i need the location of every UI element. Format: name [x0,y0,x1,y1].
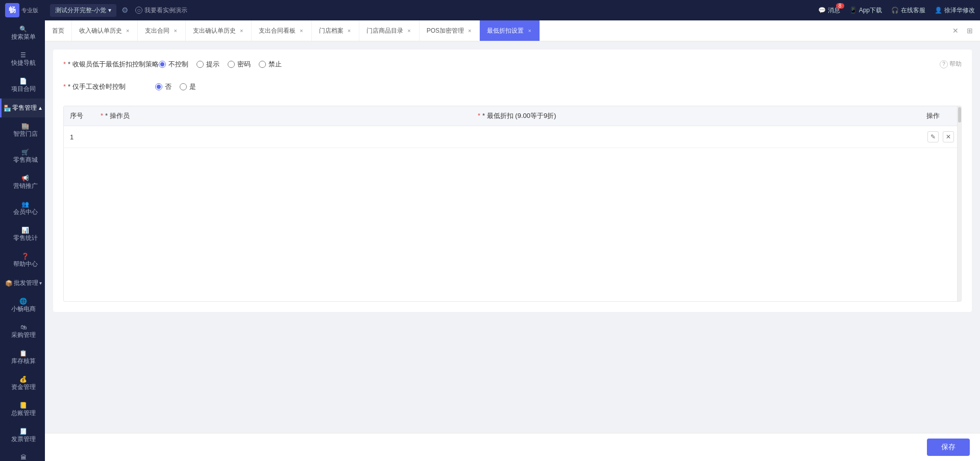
tab-payment-contract-board-close[interactable]: × [299,28,304,34]
manual-price-label: ** 仅手工改价时控制 [63,82,155,91]
sidebar-item-finance-mgmt[interactable]: 💰 资金管理 [0,371,45,397]
marketing-icon: 📢 [21,175,29,182]
content-area: 首页 收入确认单历史 × 支出合同 × 支出确认单历史 × 支出合同看板 × 门… [45,20,980,461]
required-star-cashier: * [63,60,66,68]
sidebar-item-retail-mall[interactable]: 🛒 零售商城 [0,143,45,169]
tab-store-products-close[interactable]: × [406,28,411,34]
sidebar-item-invoice-mgmt[interactable]: 🧾 发票管理 [0,423,45,449]
tab-payment-contract-board[interactable]: 支出合同看板 × [252,20,311,41]
tab-menu-icon[interactable]: ⊞ [964,26,976,36]
purchase-mgmt-icon: 🛍 [20,324,27,331]
table-scrollbar[interactable] [957,106,961,301]
online-support-icon: 🎧 [891,7,899,14]
smart-store-icon: 🏬 [21,123,29,130]
tab-close-all-icon[interactable]: ✕ [949,26,962,36]
tab-min-discount-settings-close[interactable]: × [527,28,532,34]
sidebar-label-wholesale-mgmt: 批发管理 [14,279,38,287]
shortcut-icon: ☰ [20,52,26,59]
radio-prompt-input[interactable] [197,61,204,68]
online-support-item[interactable]: 🎧 在线客服 [891,6,925,15]
sidebar-item-ecommerce[interactable]: 🌐 小畅电商 [0,293,45,319]
project-selector[interactable]: 测试分开完整-小觉 ▾ [50,4,116,17]
search-icon: 🔍 [19,26,27,33]
col-header-operator-label: * 操作员 [105,112,130,119]
sidebar-item-retail-mgmt[interactable]: 🏪 零售管理 ▲ [0,99,45,117]
tab-income-confirm-history[interactable]: 收入确认单历史 × [72,20,138,41]
radio-forbid[interactable]: 禁止 [259,60,282,69]
col-header-discount-label: * 最低折扣 (9.00等于9折) [482,112,556,119]
tab-store-profile-label: 门店档案 [319,27,344,35]
tab-payment-contract-close[interactable]: × [173,28,178,34]
ecommerce-icon: 🌐 [19,298,27,305]
demo-link[interactable]: ○ 我要看实例演示 [135,6,187,15]
topbar: 畅 专业版 测试分开完整-小觉 ▾ ⚙ ○ 我要看实例演示 💬 消息 8 📱 A… [0,0,980,20]
table-header-row: 序号 ** 操作员 ** 最低折扣 (9.00等于9折) 操作 [64,106,961,126]
tab-home-label: 首页 [52,27,64,35]
radio-no-control-input[interactable] [159,61,166,68]
message-item[interactable]: 💬 消息 8 [818,6,840,15]
tab-pos-password-close[interactable]: × [467,28,472,34]
sidebar-item-shortcut[interactable]: ☰ 快捷导航 [0,46,45,72]
tab-store-profile[interactable]: 门店档案 × [312,20,359,41]
cashier-policy-label: ** 收银员低于最低折扣控制策略 [63,60,159,69]
sidebar-item-search[interactable]: 🔍 搜索菜单 [0,20,45,46]
sidebar-item-member-center[interactable]: 👥 会员中心 [0,196,45,222]
tab-payment-confirm-history[interactable]: 支出确认单历史 × [186,20,252,41]
sidebar-item-marketing[interactable]: 📢 营销推广 [0,169,45,196]
sidebar-item-retail-stats[interactable]: 📊 零售统计 [0,222,45,248]
tab-pos-password[interactable]: POS加密管理 × [420,20,480,41]
cashier-policy-radio-group: 不控制 提示 密码 [159,60,282,69]
cell-seq: 1 [64,126,94,148]
sidebar-item-project-contract[interactable]: 📄 项目合同 [0,72,45,99]
sidebar-label-shortcut: 快捷导航 [11,59,36,67]
sidebar-item-wholesale-mgmt[interactable]: 📦 批发管理 ▾ [0,274,45,293]
edit-row-button[interactable]: ✎ [927,131,939,142]
help-link[interactable]: ? 帮助 [940,60,962,68]
sidebar-label-search: 搜索菜单 [11,33,36,41]
radio-no-control-label: 不控制 [168,60,188,69]
tab-income-confirm-history-close[interactable]: × [125,28,130,34]
tab-home[interactable]: 首页 [45,20,72,41]
radio-forbid-input[interactable] [259,61,266,68]
delete-row-button[interactable]: ✕ [943,131,954,142]
sidebar-item-smart-store[interactable]: 🏬 智营门店 [0,117,45,143]
settings-gear-icon[interactable]: ⚙ [121,6,128,15]
message-icon: 💬 [818,7,826,14]
radio-password[interactable]: 密码 [228,60,251,69]
project-dropdown-icon: ▾ [108,7,111,14]
tab-store-products[interactable]: 门店商品目录 × [359,20,419,41]
user-item[interactable]: 👤 徐泽华修改 [935,6,975,15]
wholesale-mgmt-arrow-icon: ▾ [39,280,42,286]
table-scrollbar-thumb[interactable] [958,107,961,123]
tab-payment-confirm-history-close[interactable]: × [239,28,244,34]
finance-mgmt-icon: 💰 [19,376,27,383]
main-layout: 🔍 搜索菜单 ☰ 快捷导航 📄 项目合同 🏪 零售管理 ▲ 🏬 智营门店 🛒 零… [0,20,980,461]
radio-no[interactable]: 否 [155,82,172,91]
sidebar-item-help-center[interactable]: ❓ 帮助中心 [0,248,45,274]
sidebar-item-inventory[interactable]: 📋 库存核算 [0,345,45,371]
tab-store-profile-close[interactable]: × [347,28,352,34]
radio-yes[interactable]: 是 [180,82,196,91]
sidebar-item-ledger[interactable]: 📒 总账管理 [0,397,45,423]
app-download-item[interactable]: 📱 App下载 [849,6,882,15]
sidebar-item-purchase-mgmt[interactable]: 🛍 采购管理 [0,319,45,345]
radio-prompt[interactable]: 提示 [197,60,219,69]
radio-yes-input[interactable] [180,83,187,90]
tax-mgmt-icon: 🏛 [20,454,27,461]
col-header-seq: 序号 [64,106,94,126]
tab-payment-contract-label: 支出合同 [145,27,169,35]
tab-min-discount-settings-label: 最低折扣设置 [487,27,524,35]
cell-discount[interactable] [472,126,920,148]
table-row: 1 ✎ ✕ [64,126,961,148]
cell-action: ✎ ✕ [920,126,961,148]
radio-password-input[interactable] [228,61,235,68]
tab-payment-contract[interactable]: 支出合同 × [138,20,185,41]
table-container: 序号 ** 操作员 ** 最低折扣 (9.00等于9折) 操作 [63,106,962,302]
radio-no-control[interactable]: 不控制 [159,60,188,69]
save-button[interactable]: 保存 [927,439,970,456]
sidebar-item-tax-mgmt[interactable]: 🏛 税务管理 [0,449,45,461]
demo-label: 我要看实例演示 [144,6,187,15]
radio-no-input[interactable] [155,83,162,90]
cell-operator[interactable] [94,126,472,148]
tab-min-discount-settings[interactable]: 最低折扣设置 × [480,20,540,41]
